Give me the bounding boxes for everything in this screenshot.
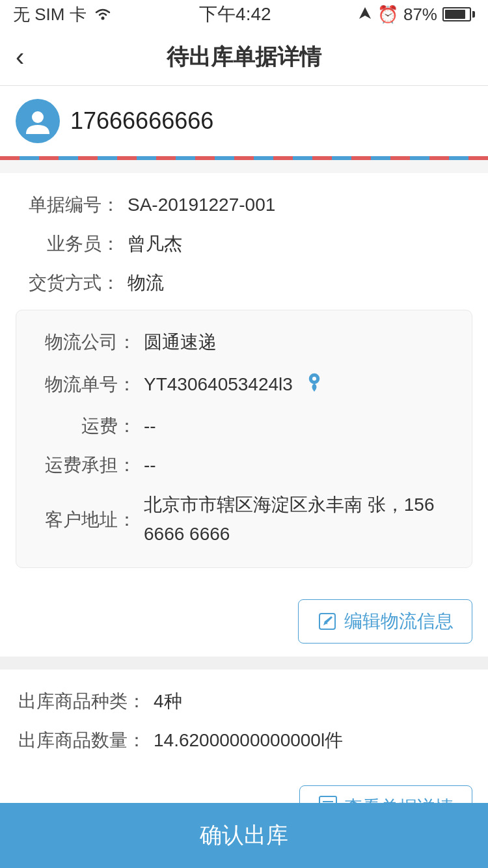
status-right: ⏰ 87% — [358, 5, 475, 25]
order-number-row: 单据编号： SA-20191227-001 — [16, 191, 472, 219]
goods-section: 出库商品种类： 4种 出库商品数量： 14.62000000000000l件 — [0, 670, 488, 772]
logistics-card: 物流公司： 圆通速递 物流单号： YT43064053424l3 — [16, 310, 472, 568]
edit-logistics-btn-container: 编辑物流信息 — [0, 586, 488, 657]
tracking-location-icon[interactable] — [303, 368, 325, 401]
edit-logistics-label: 编辑物流信息 — [344, 609, 454, 634]
page-title: 待出库单据详情 — [167, 42, 321, 72]
edit-icon — [317, 611, 338, 632]
back-button[interactable]: ‹ — [16, 42, 24, 72]
freight-value: -- — [144, 413, 456, 440]
confirm-button[interactable]: 确认出库 — [0, 803, 488, 868]
battery-text: 87% — [403, 5, 437, 25]
customer-phone: 17666666666 — [70, 107, 213, 135]
nav-bar: ‹ 待出库单据详情 — [0, 29, 488, 86]
wifi-icon — [93, 5, 113, 25]
delivery-method-row: 交货方式： 物流 — [16, 269, 472, 297]
time-display: 下午4:42 — [199, 2, 271, 27]
main-content: 17666666666 单据编号： SA-20191227-001 业务员： 曾… — [0, 86, 488, 868]
order-number-value: SA-20191227-001 — [128, 191, 472, 219]
sales-person-row: 业务员： 曾凡杰 — [16, 230, 472, 258]
svg-point-1 — [32, 111, 44, 123]
customer-header: 17666666666 — [0, 86, 488, 156]
goods-types-value: 4种 — [154, 688, 182, 715]
order-info-section: 单据编号： SA-20191227-001 业务员： 曾凡杰 交货方式： 物流 … — [0, 173, 488, 586]
tracking-value-container: YT43064053424l3 — [144, 368, 325, 401]
company-label: 物流公司： — [32, 329, 136, 356]
address-label: 客户地址： — [32, 506, 136, 534]
svg-point-0 — [101, 16, 104, 20]
dashed-divider — [0, 156, 488, 160]
edit-logistics-button[interactable]: 编辑物流信息 — [298, 599, 472, 644]
location-status-icon — [358, 5, 372, 25]
tracking-label: 物流单号： — [32, 371, 136, 398]
freight-bearer-label: 运费承担： — [32, 452, 136, 479]
tracking-row: 物流单号： YT43064053424l3 — [32, 368, 456, 401]
address-value: 北京市市辖区海淀区永丰南 张，156 6666 6666 — [144, 491, 456, 549]
freight-bearer-row: 运费承担： -- — [32, 452, 456, 479]
goods-types-label: 出库商品种类： — [16, 688, 146, 715]
sales-person-label: 业务员： — [16, 230, 120, 258]
confirm-button-text: 确认出库 — [200, 821, 288, 850]
battery-icon — [442, 7, 475, 21]
tracking-number: YT43064053424l3 — [144, 371, 293, 398]
status-left: 无 SIM 卡 — [13, 3, 113, 26]
address-row: 客户地址： 北京市市辖区海淀区永丰南 张，156 6666 6666 — [32, 491, 456, 549]
goods-quantity-label: 出库商品数量： — [16, 727, 146, 754]
delivery-method-label: 交货方式： — [16, 269, 120, 297]
alarm-icon: ⏰ — [377, 5, 398, 25]
avatar — [16, 99, 60, 143]
order-number-label: 单据编号： — [16, 191, 120, 219]
goods-types-row: 出库商品种类： 4种 — [16, 688, 472, 715]
freight-label: 运费： — [32, 413, 136, 440]
goods-quantity-value: 14.62000000000000l件 — [154, 727, 343, 754]
goods-quantity-row: 出库商品数量： 14.62000000000000l件 — [16, 727, 472, 754]
freight-row: 运费： -- — [32, 413, 456, 440]
delivery-method-value: 物流 — [128, 269, 472, 297]
section-divider — [0, 657, 488, 670]
status-bar: 无 SIM 卡 下午4:42 ⏰ 87% — [0, 0, 488, 29]
carrier-text: 无 SIM 卡 — [13, 3, 87, 26]
company-row: 物流公司： 圆通速递 — [32, 329, 456, 356]
freight-bearer-value: -- — [144, 452, 456, 479]
sales-person-value: 曾凡杰 — [128, 230, 472, 258]
svg-point-3 — [312, 377, 316, 381]
company-value: 圆通速递 — [144, 329, 456, 356]
